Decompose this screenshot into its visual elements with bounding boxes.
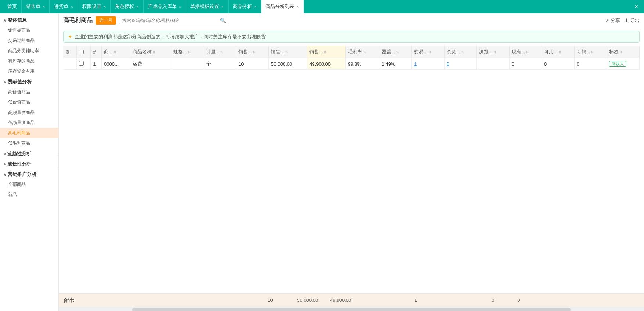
search-icon[interactable]: 🔍 [220, 18, 226, 23]
sidebar-item-high-value[interactable]: 高价值商品 [0, 87, 58, 97]
col-header-sales_cost[interactable]: 销售...⇅ [307, 46, 346, 58]
sidebar-item-low-margin[interactable]: 低毛利商品 [0, 138, 58, 148]
footer-cell-sales_amount: 50,000.00 [295, 297, 328, 303]
sidebar-group-trend[interactable]: >流趋性分析 [0, 148, 58, 159]
col-header-coverage[interactable]: 覆盖...⇅ [379, 46, 411, 58]
scrollbar-thumb [132, 308, 571, 311]
export-button[interactable]: ⬇ 导出 [625, 17, 640, 24]
sidebar-item-high-margin[interactable]: 高毛利商品 [0, 128, 58, 138]
table-row: 10000...运费个1050,000.0049,900.0099.8%1.49… [63, 58, 640, 70]
col-header-tag[interactable]: 标签⇅ [607, 46, 640, 58]
col-header-sales_amount[interactable]: 销售...⇅ [269, 46, 307, 58]
sidebar-group-growth[interactable]: >成长性分析 [0, 159, 58, 169]
sidebar-item-high-freq[interactable]: 高频量度商品 [0, 107, 58, 117]
col-header-margin_rate[interactable]: 毛利率⇅ [346, 46, 379, 58]
col-header-name[interactable]: 商品名称⇅ [130, 46, 171, 58]
sort-icon-code: ⇅ [114, 50, 116, 54]
nav-tab-purchase[interactable]: 进货单× [50, 0, 78, 13]
sidebar-group-marketing[interactable]: ∨营销推广分析 [0, 169, 58, 179]
group-label-growth: 成长性分析 [7, 161, 31, 167]
col-header-browse2[interactable]: 浏览...⇅ [477, 46, 509, 58]
filter-recent-month-button[interactable]: 近一月 [96, 16, 116, 25]
sidebar-group-finance[interactable]: ∨贡献值分析 [0, 76, 58, 87]
share-icon: ↗ [605, 18, 609, 23]
col-label-sales_qty: 销售...⇅ [238, 48, 266, 55]
header-actions: ↗ 分享 ⬇ 导出 [605, 17, 640, 24]
share-button[interactable]: ↗ 分享 [605, 17, 620, 24]
sidebar-item-low-freq[interactable]: 低频量度商品 [0, 117, 58, 128]
col-label-available_qty: 可用...⇅ [544, 48, 572, 55]
link-trade-0[interactable]: 1 [414, 61, 417, 67]
footer-cell-trade: 1 [412, 297, 438, 303]
sidebar-item-traded-goods[interactable]: 交易过的商品 [0, 35, 58, 46]
nav-tab-close-purchase[interactable]: × [71, 4, 73, 9]
nav-tab-roles[interactable]: 角色授权× [111, 0, 143, 13]
main-layout: ∨整体信息销售类商品交易过的商品商品分类辅助率有库存的商品库存资金占用∨贡献值分… [0, 13, 644, 311]
nav-tab-analysis-list[interactable]: 商品分析列表× [261, 0, 303, 13]
group-label-marketing: 营销推广分析 [8, 171, 36, 178]
nav-tab-close-products-entry[interactable]: × [179, 4, 181, 9]
tag-badge: 高收入 [609, 61, 626, 67]
row-tag-0: 高收入 [607, 58, 640, 70]
group-arrow-marketing: ∨ [4, 173, 6, 177]
col-label-sales_cost: 销售...⇅ [309, 48, 343, 55]
nav-tab-products-entry[interactable]: 产成品入库单× [144, 0, 186, 13]
group-label-overall: 整体信息 [8, 17, 27, 23]
footer-cell-available_qty: 0 [515, 297, 541, 303]
row-checkbox[interactable] [79, 61, 84, 66]
col-header-salable_qty[interactable]: 可销...⇅ [574, 46, 607, 58]
info-banner: ✦ 企业的主要的利润都是这部分商品创造的，可考虑加大推广，同时关注库存是不要出现… [63, 31, 640, 43]
col-header-browse1[interactable]: 浏览...⇅ [444, 46, 476, 58]
footer-label: 合计: [63, 297, 74, 304]
close-all-button[interactable]: × [631, 3, 641, 11]
group-arrow-growth: > [4, 162, 6, 166]
nav-tab-close-analysis-list[interactable]: × [296, 4, 299, 9]
sidebar-item-new-goods[interactable]: 新品 [0, 189, 58, 200]
nav-tab-home[interactable]: 首页 [3, 0, 22, 13]
nav-tab-close-permissions[interactable]: × [104, 4, 106, 9]
col-label-code: 商...⇅ [104, 48, 128, 55]
footer-cell-filler-name [162, 297, 206, 303]
sidebar-item-analysis-assist[interactable]: 商品分类辅助率 [0, 46, 58, 56]
cell-browse2-0 [477, 58, 509, 70]
sidebar-group-overall[interactable]: ∨整体信息 [0, 15, 58, 25]
nav-tab-close-sales[interactable]: × [43, 4, 45, 9]
bottom-scrollbar[interactable] [59, 307, 644, 311]
sidebar-item-sales-goods[interactable]: 销售类商品 [0, 25, 58, 35]
search-input[interactable] [122, 18, 219, 23]
nav-tab-sales[interactable]: 销售单× [22, 0, 50, 13]
col-label-unit: 计量...⇅ [206, 48, 234, 55]
tip-icon: ✦ [68, 34, 72, 40]
cell-sales_amount-0: 50,000.00 [269, 58, 307, 70]
cell-browse1-0: 0 [444, 58, 476, 70]
link-browse1-0[interactable]: 0 [447, 61, 449, 67]
nav-tab-analysis[interactable]: 商品分析× [229, 0, 261, 13]
select-all-checkbox[interactable] [79, 50, 84, 54]
col-header-code[interactable]: 商...⇅ [102, 46, 130, 58]
sidebar-item-all-goods[interactable]: 全部商品 [0, 179, 58, 189]
col-header-unit[interactable]: 计量...⇅ [204, 46, 236, 58]
nav-tab-close-roles[interactable]: × [136, 4, 138, 9]
nav-tab-template[interactable]: 单据模板设置× [186, 0, 228, 13]
col-header-sales_qty[interactable]: 销售...⇅ [236, 46, 268, 58]
nav-tab-close-template[interactable]: × [221, 4, 223, 9]
row-settings-btn[interactable] [63, 58, 76, 70]
group-label-finance: 贡献值分析 [8, 79, 32, 85]
cell-salable_qty-0: 0 [574, 58, 607, 70]
sort-icon-unit: ⇅ [220, 50, 223, 54]
nav-tab-permissions[interactable]: 权限设置× [78, 0, 111, 13]
content-header: 高毛利商品 近一月 🔍 ↗ 分享 ⬇ 导出 [59, 13, 644, 28]
nav-tab-close-analysis[interactable]: × [254, 4, 256, 9]
sidebar-item-low-value[interactable]: 低价值商品 [0, 97, 58, 107]
col-header-available_qty[interactable]: 可用...⇅ [542, 46, 574, 58]
col-header-trade[interactable]: 交易...⇅ [412, 46, 444, 58]
col-header-current_qty[interactable]: 现有...⇅ [509, 46, 542, 58]
sort-icon-name: ⇅ [152, 50, 155, 54]
sidebar-item-inventory-capital[interactable]: 库存资金占用 [0, 66, 58, 76]
col-header-spec[interactable]: 规格...⇅ [171, 46, 204, 58]
sidebar-toggle[interactable]: « [58, 155, 59, 170]
sort-icon-sales_qty: ⇅ [253, 50, 256, 54]
col-header-checkbox [76, 46, 90, 58]
sidebar-item-inventory-goods[interactable]: 有库存的商品 [0, 56, 58, 66]
top-nav: 首页销售单×进货单×权限设置×角色授权×产成品入库单×单据模板设置×商品分析×商… [0, 0, 644, 13]
